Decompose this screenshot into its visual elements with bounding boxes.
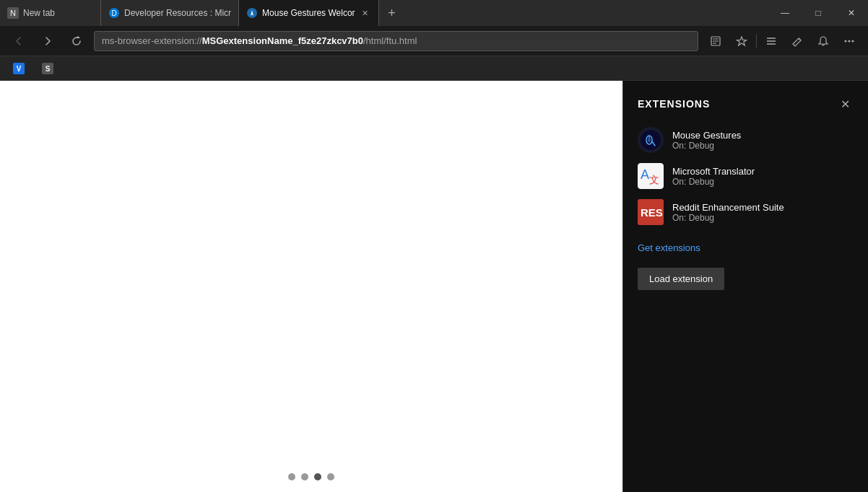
mouse-gestures-name: Mouse Gestures [672,130,741,141]
mouse-gestures-status: On: Debug [672,141,741,151]
toolbar-icons [704,30,861,53]
tab-mousegestures-label: Mouse Gestures Welcor [262,8,355,18]
more-icon[interactable] [838,30,861,53]
ms-translator-status: On: Debug [672,177,755,187]
page-dots [288,473,334,480]
res-status: On: Debug [672,213,784,223]
url-scheme: ms-browser-extension:// [102,35,202,46]
mouse-gestures-icon [638,127,664,153]
svg-point-16 [852,40,854,42]
svg-text:S: S [45,65,51,73]
ms-translator-info: Microsoft Translator On: Debug [672,166,755,187]
tab-mousegestures-close[interactable]: ✕ [360,7,371,19]
page-dot-1[interactable] [288,473,295,480]
extension-item-ms-translator[interactable]: A 文 Microsoft Translator On: Debug [638,163,854,189]
extensions-panel: EXTENSIONS ✕ Mouse Gestures On: De [622,81,868,492]
tab-devresources[interactable]: D Developer Resources : Micr [101,0,239,26]
get-extensions-link[interactable]: Get extensions [638,242,854,253]
ms-translator-name: Microsoft Translator [672,166,755,177]
fav-item-1[interactable]: V [7,60,30,77]
ms-translator-icon: A 文 [638,163,664,189]
tab-newtab[interactable]: N New tab [0,0,101,26]
url-bold: MSGextensionName_f5ze27zkcv7b0 [202,35,363,46]
favorites-icon[interactable] [730,30,753,53]
dev-resources-icon: D [108,7,120,19]
res-name: Reddit Enhancement Suite [672,202,784,213]
new-tab-icon: N [7,7,19,19]
extension-item-res[interactable]: RES Reddit Enhancement Suite On: Debug [638,199,854,225]
new-tab-button[interactable]: + [379,0,405,26]
edit-icon[interactable] [786,30,809,53]
res-info: Reddit Enhancement Suite On: Debug [672,202,784,223]
browser-page [0,81,622,492]
mouse-gestures-info: Mouse Gestures On: Debug [672,130,741,151]
res-icon: RES [638,199,664,225]
page-dot-2[interactable] [301,473,308,480]
notifications-icon[interactable] [812,30,835,53]
svg-text:RES: RES [641,206,663,219]
address-field[interactable]: ms-browser-extension://MSGextensionName_… [94,31,698,51]
fav-item-2[interactable]: S [36,60,59,77]
svg-text:D: D [111,9,116,17]
tab-devresources-label: Developer Resources : Micr [124,8,231,18]
extensions-close-button[interactable]: ✕ [836,95,854,113]
reading-view-icon[interactable] [704,30,727,53]
window-controls: — □ ✕ [768,0,868,26]
svg-point-15 [849,40,851,42]
forward-button[interactable] [36,30,59,53]
svg-text:V: V [17,65,22,73]
svg-line-13 [799,38,801,40]
page-dot-4[interactable] [327,473,334,480]
svg-point-14 [845,40,847,42]
back-button[interactable] [7,30,30,53]
maximize-button[interactable]: □ [802,0,835,26]
minimize-button[interactable]: — [768,0,802,26]
load-extension-button[interactable]: Load extension [638,268,724,290]
content-area: EXTENSIONS ✕ Mouse Gestures On: De [0,81,868,492]
addressbar: ms-browser-extension://MSGextensionName_… [0,26,868,56]
titlebar: N New tab D Developer Resources : Micr M… [0,0,868,26]
extensions-list: Mouse Gestures On: Debug A 文 Microsoft T… [638,127,854,225]
page-dot-3[interactable] [314,473,321,480]
fav-icon-1: V [13,63,25,74]
tab-newtab-label: New tab [23,8,93,18]
mouse-gestures-tab-icon [246,7,258,19]
titlebar-spacer [405,0,768,26]
svg-text:A: A [641,167,649,182]
hamburger-menu-icon[interactable] [760,30,783,53]
extensions-header: EXTENSIONS ✕ [638,95,854,113]
refresh-button[interactable] [65,30,88,53]
svg-text:N: N [10,9,16,17]
favbar: V S [0,56,868,81]
toolbar-separator [756,34,757,48]
tab-mousegestures[interactable]: Mouse Gestures Welcor ✕ [239,0,379,26]
svg-text:文: 文 [649,174,659,185]
close-button[interactable]: ✕ [835,0,868,26]
extension-item-mouse-gestures[interactable]: Mouse Gestures On: Debug [638,127,854,153]
svg-point-24 [648,138,651,142]
extensions-title: EXTENSIONS [638,98,710,110]
fav-icon-2: S [42,63,53,74]
url-rest: /html/ftu.html [363,35,417,46]
